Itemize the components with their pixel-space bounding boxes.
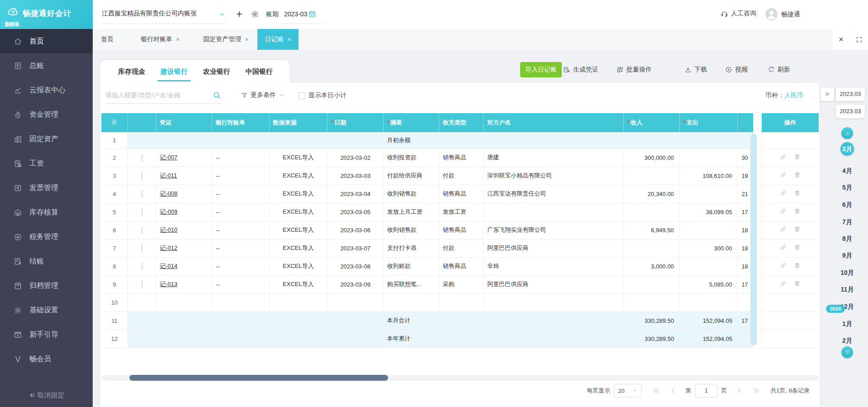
close-tab-icon[interactable]: × — [287, 36, 291, 43]
sidebar-item-总账[interactable]: 总账 — [0, 53, 93, 78]
gear-icon[interactable] — [251, 10, 259, 19]
import-journal-button[interactable]: 导入日记账 — [520, 62, 562, 77]
horizontal-scrollbar[interactable] — [101, 375, 819, 381]
company-selector[interactable]: 江西服宝精品有限责任公司内账张 — [102, 10, 197, 18]
next-page-button[interactable] — [734, 386, 744, 396]
voucher-link[interactable]: 记-010 — [160, 226, 177, 233]
link-icon[interactable] — [780, 280, 787, 287]
month-item-11月[interactable]: 11月 — [829, 283, 865, 296]
scroll-months-down-button[interactable] — [841, 346, 853, 358]
link-icon[interactable] — [780, 153, 787, 160]
month-item-2月[interactable]: 2月 — [829, 334, 865, 347]
sidebar-item-工资[interactable]: 工资 — [0, 151, 93, 176]
trash-icon[interactable] — [794, 172, 801, 178]
add-account-button[interactable]: + — [233, 8, 245, 20]
account-tab-中国银行[interactable]: 中国银行 — [239, 60, 280, 83]
last-page-button[interactable] — [751, 386, 761, 396]
link-icon[interactable] — [780, 262, 787, 269]
period-box-top[interactable]: 2023.03 — [836, 87, 865, 101]
document-tab-固定资产管理[interactable]: 固定资产管理× — [196, 29, 256, 50]
row-checkbox[interactable] — [142, 244, 142, 252]
avatar[interactable] — [765, 8, 778, 20]
close-tab-icon[interactable]: × — [245, 36, 248, 43]
daily-subtotal-checkbox[interactable] — [299, 92, 305, 99]
row-checkbox[interactable] — [142, 190, 142, 198]
trash-icon[interactable] — [794, 208, 801, 215]
expand-month-panel-button[interactable]: » — [821, 87, 834, 101]
search-input[interactable] — [105, 87, 207, 103]
first-page-button[interactable] — [651, 386, 661, 396]
month-item-8月[interactable]: 8月 — [829, 232, 865, 245]
month-item-9月[interactable]: 9月 — [829, 249, 865, 262]
chevron-down-icon[interactable] — [218, 11, 226, 18]
month-item-6月[interactable]: 6月 — [829, 198, 865, 211]
sidebar-item-固定资产[interactable]: 固定资产 — [0, 127, 93, 151]
month-item-1月[interactable]: 1月 — [829, 317, 865, 330]
sidebar-item-首页[interactable]: 首页 — [0, 29, 93, 53]
per-page-select[interactable]: 20 — [614, 384, 642, 397]
document-tab-银行对账单[interactable]: 银行对账单× — [133, 29, 187, 50]
sidebar-item-结账[interactable]: 结账 — [0, 249, 93, 273]
month-item-4月[interactable]: 4月 — [829, 164, 865, 177]
trash-icon[interactable] — [794, 280, 801, 287]
link-icon[interactable] — [780, 226, 787, 233]
row-checkbox[interactable] — [142, 263, 142, 270]
search-icon[interactable] — [213, 91, 221, 100]
help-button[interactable]: 人工咨询 — [721, 10, 756, 18]
column-settings-header[interactable] — [101, 113, 128, 132]
link-icon[interactable] — [780, 208, 787, 215]
voucher-link[interactable]: 记-014 — [160, 263, 177, 269]
horizontal-scrollbar-thumb[interactable] — [129, 375, 388, 381]
sidebar-item-畅会员[interactable]: 畅会员 — [0, 347, 93, 371]
fullscreen-button[interactable] — [850, 29, 868, 50]
account-tab-农业银行[interactable]: 农业银行 — [196, 60, 237, 83]
trash-icon[interactable] — [794, 226, 801, 233]
close-tab-icon[interactable]: × — [176, 36, 180, 43]
select-all-header[interactable] — [128, 113, 156, 132]
row-checkbox[interactable] — [142, 154, 142, 162]
row-checkbox[interactable] — [142, 172, 142, 180]
toolbar-batch-button[interactable]: 批量操作 — [617, 62, 652, 77]
sidebar-item-税务管理[interactable]: 税务管理 — [0, 225, 93, 249]
voucher-link[interactable]: 记-007 — [160, 154, 177, 161]
trash-icon[interactable] — [794, 153, 801, 160]
currency-value[interactable]: 人民币 — [784, 91, 803, 99]
period-value[interactable]: 2023-03 — [284, 10, 307, 18]
close-tabs-button[interactable]: × — [832, 29, 850, 50]
month-item-5月[interactable]: 5月 — [829, 181, 865, 194]
page-number-input[interactable]: 1 — [695, 384, 717, 397]
voucher-link[interactable]: 记-013 — [160, 281, 177, 287]
unpin-sidebar-button[interactable]: 取消固定 — [0, 387, 93, 403]
month-item-7月[interactable]: 7月 — [829, 215, 865, 229]
sidebar-item-归档管理[interactable]: 归档管理 — [0, 273, 93, 298]
username[interactable]: 畅捷通 — [781, 10, 800, 19]
sidebar-item-新手引导[interactable]: 新手引导 — [0, 322, 93, 347]
link-icon[interactable] — [780, 190, 787, 196]
toolbar-download-button[interactable]: 下载 — [684, 62, 707, 77]
toolbar-refresh-button[interactable]: 刷新 — [768, 62, 790, 77]
trash-icon[interactable] — [794, 190, 801, 196]
account-tab-建设银行[interactable]: 建设银行 — [154, 60, 194, 83]
document-tab-首页[interactable]: 首页 — [94, 29, 121, 50]
voucher-link[interactable]: 记-009 — [160, 208, 177, 215]
month-item-10月[interactable]: 10月 — [829, 266, 865, 279]
link-icon[interactable] — [780, 244, 787, 251]
account-tab-库存现金[interactable]: 库存现金 — [111, 60, 152, 83]
scroll-months-up-button[interactable] — [841, 127, 853, 139]
more-conditions-button[interactable]: 更多条件 — [241, 91, 285, 99]
vertical-scrollbar-thumb[interactable] — [750, 134, 757, 345]
row-checkbox[interactable] — [142, 208, 142, 216]
toolbar-voucher-button[interactable]: 生成凭证 — [563, 62, 598, 77]
voucher-link[interactable]: 记-008 — [160, 190, 177, 197]
document-tab-日记账[interactable]: 日记账× — [257, 29, 298, 50]
sidebar-item-资金管理[interactable]: 资金管理 — [0, 102, 93, 127]
link-icon[interactable] — [780, 172, 787, 178]
sidebar-item-基础设置[interactable]: 基础设置 — [0, 298, 93, 322]
period-box-bottom[interactable]: 2023.03 — [836, 105, 865, 118]
month-item-3月[interactable]: 3月 — [829, 142, 865, 156]
trash-icon[interactable] — [794, 262, 801, 269]
trash-icon[interactable] — [794, 244, 801, 251]
row-checkbox[interactable] — [142, 281, 142, 288]
voucher-link[interactable]: 记-012 — [160, 244, 177, 251]
calendar-icon[interactable] — [308, 10, 316, 18]
